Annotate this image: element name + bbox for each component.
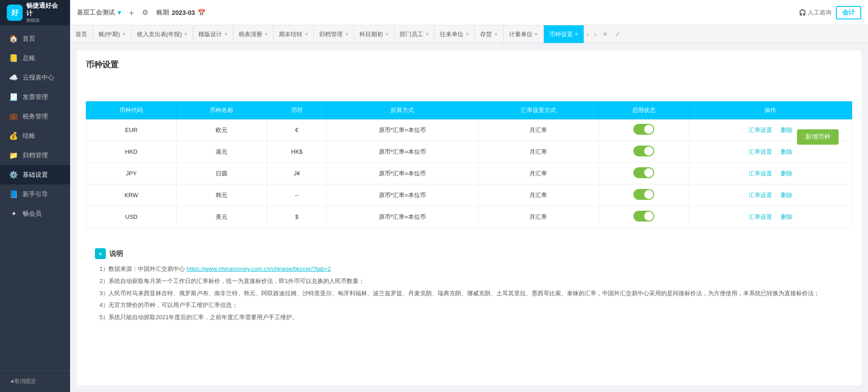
- toggle-circle-1: [644, 146, 653, 156]
- rate-setting-link-4[interactable]: 汇率设置: [749, 213, 772, 220]
- sidebar-item-ledger[interactable]: 📒 总账: [0, 48, 70, 68]
- cell-calc-0: 原币*汇率=本位币: [327, 119, 478, 141]
- tab-close-all-button[interactable]: ✕: [599, 31, 611, 38]
- rate-setting-link-0[interactable]: 汇率设置: [749, 127, 772, 133]
- sidebar-item-settings[interactable]: ⚙️ 基础设置: [0, 165, 70, 184]
- sidebar-item-label: 新手引导: [23, 190, 48, 198]
- tab-maximize-button[interactable]: ⤢: [611, 31, 623, 38]
- pin-toggle[interactable]: ◄取消固定: [0, 370, 70, 392]
- sidebar-item-archive[interactable]: 📁 归档管理: [0, 146, 70, 165]
- cloud-icon: ☁️: [9, 73, 18, 82]
- sidebar-item-guide[interactable]: 📘 新手引导: [0, 184, 70, 204]
- tab-unit-close[interactable]: ×: [535, 31, 538, 38]
- enabled-toggle-0[interactable]: [633, 124, 654, 135]
- settings-gear-icon[interactable]: ⚙: [142, 8, 148, 17]
- tab-template-close[interactable]: ×: [224, 31, 227, 38]
- cell-toggle-3[interactable]: [599, 184, 689, 206]
- sidebar-item-label: 首页: [23, 35, 35, 43]
- tab-archive-close[interactable]: ×: [345, 31, 348, 38]
- tab-period-close-account[interactable]: 期末结转 ×: [274, 25, 314, 43]
- cell-name-1: 港元: [176, 141, 267, 163]
- tab-archive-label: 归档管理: [319, 30, 343, 38]
- cell-toggle-1[interactable]: [599, 141, 689, 163]
- new-currency-button[interactable]: 新增币种: [797, 129, 839, 145]
- tab-partners[interactable]: 往来单位 ×: [434, 25, 475, 43]
- tab-period[interactable]: 账(中期) ×: [93, 25, 132, 43]
- content-area: 币种设置 新增币种 币种代码 币种名称 币符 折算方式 汇率设置方式 启用状态 …: [77, 50, 861, 385]
- archive-icon: 📁: [9, 151, 18, 160]
- tab-inventory-close[interactable]: ×: [494, 31, 497, 38]
- tab-dept-close[interactable]: ×: [425, 31, 429, 38]
- tab-income-report[interactable]: 收入支出表(年报) ×: [132, 25, 193, 43]
- col-name: 币种名称: [176, 102, 267, 119]
- sidebar-item-close[interactable]: 💰 结账: [0, 126, 70, 146]
- cell-calc-1: 原币*汇率=本位币: [327, 141, 478, 163]
- tab-template[interactable]: 模版设计 ×: [193, 25, 233, 43]
- table-row: JPY 日圆 J¥ 原币*汇率=本位币 月汇率 汇率设置 删除: [86, 163, 852, 184]
- delete-link-4[interactable]: 删除: [781, 213, 793, 220]
- notes-item: 4）无官方牌价的币种，可以用户手工维护汇率信息；: [99, 301, 843, 310]
- table-row: EUR 欧元 € 原币*汇率=本位币 月汇率 汇率设置 删除: [86, 119, 852, 141]
- tab-prev-button[interactable]: ‹: [584, 31, 592, 38]
- tab-subject-init[interactable]: 科目期初 ×: [354, 25, 394, 43]
- sidebar-item-label: 基础设置: [23, 171, 48, 179]
- cell-toggle-4[interactable]: [599, 206, 689, 228]
- tab-pc-close[interactable]: ×: [305, 31, 308, 38]
- tab-tax-close[interactable]: ×: [264, 31, 268, 38]
- company-dropdown-icon[interactable]: ▾: [118, 8, 121, 17]
- rate-setting-link-1[interactable]: 汇率设置: [749, 148, 772, 155]
- tab-subject-close[interactable]: ×: [385, 31, 388, 38]
- tab-unit-label: 计量单位: [509, 30, 533, 38]
- tab-home[interactable]: 首页: [70, 25, 93, 43]
- add-tab-button[interactable]: ＋: [126, 7, 137, 18]
- period-selector: 账期 2023-03 📅: [156, 9, 205, 17]
- logo-area: 好 畅捷通好会计 旗舰版: [0, 0, 70, 25]
- delete-link-2[interactable]: 删除: [781, 170, 793, 177]
- enabled-toggle-3[interactable]: [633, 189, 654, 200]
- headset-icon: 🎧: [799, 9, 806, 16]
- tab-archive[interactable]: 归档管理 ×: [314, 25, 354, 43]
- sidebar-item-member[interactable]: ✦ 畅会员: [0, 204, 70, 223]
- help-button[interactable]: 🎧 人工咨询: [799, 9, 831, 17]
- rate-setting-link-3[interactable]: 汇率设置: [749, 192, 772, 198]
- tab-currency[interactable]: 币种设置 ×: [544, 25, 584, 43]
- tab-home-label: 首页: [75, 30, 87, 38]
- cell-symbol-4: $: [267, 206, 326, 228]
- sidebar-item-home[interactable]: 🏠 首页: [0, 29, 70, 48]
- cell-name-0: 欧元: [176, 119, 267, 141]
- enabled-toggle-4[interactable]: [633, 211, 654, 222]
- sidebar-item-cloud-report[interactable]: ☁️ 云报表中心: [0, 68, 70, 87]
- calendar-icon[interactable]: 📅: [198, 9, 205, 16]
- tab-income-close[interactable]: ×: [184, 31, 187, 38]
- enabled-toggle-2[interactable]: [633, 167, 654, 178]
- member-icon: ✦: [9, 209, 18, 218]
- tab-currency-close[interactable]: ×: [575, 31, 578, 38]
- sidebar-item-label: 归档管理: [23, 151, 48, 160]
- col-rate-type: 汇率设置方式: [478, 102, 599, 119]
- sidebar-item-tax[interactable]: 💼 税务管理: [0, 107, 70, 126]
- tab-next-button[interactable]: ›: [591, 31, 599, 38]
- tab-unit[interactable]: 计量单位 ×: [504, 25, 544, 43]
- invoice-icon: 🧾: [9, 93, 18, 101]
- chinamoney-link[interactable]: https://www.chinamoney.com.cn/chinese/bk…: [187, 265, 331, 272]
- tab-inventory[interactable]: 存货 ×: [475, 25, 503, 43]
- company-selector[interactable]: 基层工会测试 ▾: [77, 8, 121, 17]
- tab-period-close[interactable]: ×: [123, 31, 126, 38]
- tab-partners-close[interactable]: ×: [466, 31, 469, 38]
- cell-calc-2: 原币*汇率=本位币: [327, 163, 478, 184]
- delete-link-3[interactable]: 删除: [781, 192, 793, 198]
- main-content: 币种设置 新增币种 币种代码 币种名称 币符 折算方式 汇率设置方式 启用状态 …: [70, 43, 868, 392]
- cell-toggle-0[interactable]: [599, 119, 689, 141]
- delete-link-1[interactable]: 删除: [781, 148, 793, 155]
- cell-toggle-2[interactable]: [599, 163, 689, 184]
- enabled-toggle-1[interactable]: [633, 146, 654, 156]
- account-button[interactable]: 会计: [836, 6, 861, 19]
- tab-tax-book[interactable]: 税表清册 ×: [233, 25, 274, 43]
- rate-setting-link-2[interactable]: 汇率设置: [749, 170, 772, 177]
- sidebar-item-invoice[interactable]: 🧾 发票管理: [0, 87, 70, 107]
- currency-table: 币种代码 币种名称 币符 折算方式 汇率设置方式 启用状态 操作 EUR 欧元 …: [86, 101, 852, 228]
- notes-icon: ≡: [95, 248, 106, 259]
- pin-toggle-label: ◄取消固定: [9, 378, 36, 385]
- tab-dept[interactable]: 部门员工 ×: [394, 25, 434, 43]
- delete-link-0[interactable]: 删除: [781, 127, 793, 133]
